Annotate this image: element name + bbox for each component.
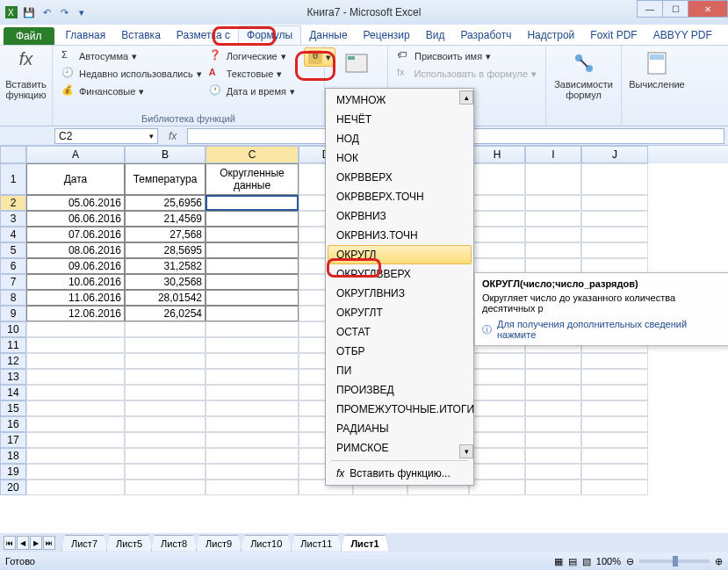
view-layout-icon[interactable]: ▤ [568, 556, 577, 567]
cell-I1[interactable] [525, 163, 581, 195]
tab-file[interactable]: Файл [4, 27, 54, 45]
cell-B9[interactable]: 26,0254 [125, 306, 205, 321]
row-header-7[interactable]: 7 [0, 274, 26, 290]
cell-A14[interactable] [26, 385, 125, 400]
fn-item-ОКРУГЛ[interactable]: ОКРУГЛ [328, 245, 472, 264]
row-header-4[interactable]: 4 [0, 227, 26, 242]
logical-button[interactable]: ❓Логические ▾ [205, 47, 299, 65]
fn-item-ОКРВНИЗ.ТОЧН[interactable]: ОКРВНИЗ.ТОЧН [328, 226, 472, 245]
row-header-5[interactable]: 5 [0, 242, 26, 258]
tab-addins[interactable]: Надстрой [519, 26, 582, 45]
qat-more-icon[interactable]: ▾ [74, 4, 90, 20]
maximize-button[interactable]: ☐ [662, 0, 688, 18]
cell-B1[interactable]: Температура [125, 163, 205, 195]
scroll-down-button[interactable]: ▾ [459, 444, 473, 458]
cell-I20[interactable] [525, 480, 581, 495]
tab-review[interactable]: Рецензир [356, 26, 418, 45]
cell-I12[interactable] [525, 353, 581, 369]
fn-item-ОКРУГЛВНИЗ[interactable]: ОКРУГЛВНИЗ [328, 284, 472, 303]
cell-A2[interactable]: 05.06.2016 [26, 195, 125, 211]
redo-icon[interactable]: ↷ [56, 4, 72, 20]
cell-H2[interactable] [469, 195, 525, 211]
sheet-tab-Лист8[interactable]: Лист8 [151, 535, 197, 552]
row-header-15[interactable]: 15 [0, 400, 26, 416]
tab-developer[interactable]: Разработч [452, 26, 519, 45]
name-box[interactable]: C2▾ [54, 128, 158, 144]
close-button[interactable]: ✕ [688, 0, 728, 18]
sheet-nav-next[interactable]: ▶ [30, 536, 42, 550]
cell-H15[interactable] [469, 400, 525, 416]
cell-C20[interactable] [205, 480, 299, 495]
row-header-9[interactable]: 9 [0, 306, 26, 321]
insert-function-menu-item[interactable]: fxВставить функцию... [328, 464, 472, 483]
zoom-in-button[interactable]: ⊕ [715, 556, 723, 567]
row-header-10[interactable]: 10 [0, 321, 26, 337]
name-manager-button[interactable] [330, 47, 382, 79]
cell-A20[interactable] [26, 480, 125, 495]
cell-A19[interactable] [26, 464, 125, 480]
sheet-nav-prev[interactable]: ◀ [17, 536, 29, 550]
cell-A3[interactable]: 06.06.2016 [26, 211, 125, 227]
cell-A15[interactable] [26, 400, 125, 416]
column-header-H[interactable]: H [469, 146, 525, 163]
recent-button[interactable]: 🕘Недавно использовались ▾ [58, 65, 205, 83]
fn-item-ОКРВВЕРХ[interactable]: ОКРВВЕРХ [328, 168, 472, 187]
zoom-slider[interactable] [639, 559, 710, 563]
cell-A8[interactable]: 11.06.2016 [26, 290, 125, 306]
cell-H4[interactable] [469, 227, 525, 242]
cell-I4[interactable] [525, 227, 581, 242]
row-header-12[interactable]: 12 [0, 353, 26, 369]
fn-item-ОСТАТ[interactable]: ОСТАТ [328, 322, 472, 342]
text-button[interactable]: AТекстовые ▾ [205, 65, 299, 83]
view-break-icon[interactable]: ▧ [582, 556, 591, 567]
cell-J13[interactable] [581, 369, 648, 385]
cell-C16[interactable] [205, 416, 299, 432]
cell-J14[interactable] [581, 385, 648, 400]
financial-button[interactable]: 💰Финансовые ▾ [58, 83, 205, 100]
column-header-J[interactable]: J [581, 146, 648, 163]
calculation-button[interactable]: Вычисление [627, 47, 687, 91]
cell-C15[interactable] [205, 400, 299, 416]
cell-A1[interactable]: Дата [26, 163, 125, 195]
cell-C9[interactable] [205, 306, 299, 321]
cell-B16[interactable] [125, 416, 205, 432]
column-header-I[interactable]: I [525, 146, 581, 163]
cell-H17[interactable] [469, 432, 525, 448]
cell-A13[interactable] [26, 369, 125, 385]
fn-item-РИМСКОЕ[interactable]: РИМСКОЕ [328, 438, 472, 458]
cell-H1[interactable] [469, 163, 525, 195]
row-header-14[interactable]: 14 [0, 385, 26, 400]
formula-auditing-button[interactable]: Зависимости формул [551, 47, 616, 102]
zoom-out-button[interactable]: ⊖ [626, 556, 634, 567]
cell-C19[interactable] [205, 464, 299, 480]
cell-J15[interactable] [581, 400, 648, 416]
sheet-tab-Лист1[interactable]: Лист1 [341, 535, 388, 552]
insert-function-button[interactable]: fx Вставить функцию [5, 47, 47, 102]
tab-foxit[interactable]: Foxit PDF [582, 26, 645, 45]
cell-H18[interactable] [469, 448, 525, 464]
cell-I17[interactable] [525, 432, 581, 448]
cell-I13[interactable] [525, 369, 581, 385]
tab-layout[interactable]: Разметка с [169, 26, 238, 45]
cell-B10[interactable] [125, 321, 205, 337]
row-header-17[interactable]: 17 [0, 432, 26, 448]
cell-B3[interactable]: 21,4569 [125, 211, 205, 227]
cell-J16[interactable] [581, 416, 648, 432]
row-header-2[interactable]: 2 [0, 195, 26, 211]
tooltip-help-link[interactable]: ⓘДля получения дополнительных сведений н… [482, 319, 721, 340]
cell-A4[interactable]: 07.06.2016 [26, 227, 125, 242]
cell-C11[interactable] [205, 337, 299, 353]
cell-H13[interactable] [469, 369, 525, 385]
datetime-button[interactable]: 🕐Дата и время ▾ [205, 83, 299, 100]
tab-data[interactable]: Данные [301, 26, 355, 45]
autosum-button[interactable]: ΣАвтосумма ▾ [58, 47, 205, 65]
fn-item-ОКРВНИЗ[interactable]: ОКРВНИЗ [328, 206, 472, 226]
cell-C17[interactable] [205, 432, 299, 448]
cell-I16[interactable] [525, 416, 581, 432]
row-header-8[interactable]: 8 [0, 290, 26, 306]
cell-C12[interactable] [205, 353, 299, 369]
cell-A18[interactable] [26, 448, 125, 464]
cell-C10[interactable] [205, 321, 299, 337]
column-header-C[interactable]: C [205, 146, 299, 163]
cell-J4[interactable] [581, 227, 648, 242]
